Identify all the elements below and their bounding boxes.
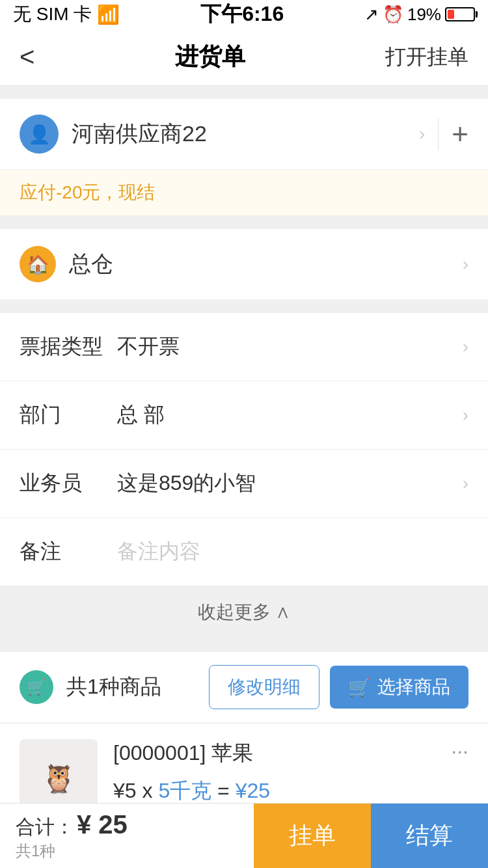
pending-button[interactable]: 挂单 [254,804,371,868]
product-name: [0000001] 苹果 [113,739,451,768]
top-divider [0,86,488,99]
battery-text: 19% [407,5,441,25]
open-pending-button[interactable]: 打开挂单 [385,43,468,72]
product-count: 共1种商品 [66,673,209,701]
remark-input[interactable]: 备注内容 [117,537,468,566]
product-code: [0000001] [113,741,206,765]
product-info: [0000001] 苹果 ¥5 x 5千克 = ¥25 [113,739,451,806]
location-icon: ↗ [364,5,379,25]
remark-row[interactable]: 备注 备注内容 [0,517,488,586]
total-label: 合计： [16,814,74,841]
total-count: 共1种 [16,841,238,861]
page-title: 进货单 [175,41,245,73]
product-count-icon: 🛒 [20,670,53,704]
add-supplier-button[interactable]: + [452,118,468,150]
supplier-name: 河南供应商22 [72,119,419,149]
quantity: 5千克 [158,779,211,802]
product-price: ¥5 x 5千克 = ¥25 [113,777,451,806]
total-amount: ¥ 25 [77,810,128,839]
department-label: 部门 [20,401,117,429]
back-button[interactable]: < [20,42,34,72]
product-title: 苹果 [211,741,253,765]
status-right: ↗ ⏰ 19% [364,5,475,25]
cart-icon: 🛒 [27,678,46,696]
invoice-value: 不开票 [117,332,463,361]
select-label: 选择商品 [377,675,450,699]
checkout-button[interactable]: 结算 [371,804,488,868]
form-card: 票据类型 不开票 › 部门 总 部 › 业务员 这是859的小智 › 备注 备注… [0,312,488,586]
collapse-bar[interactable]: 收起更多 ∧ [0,586,488,639]
divider-2 [0,216,488,229]
status-bar: 无 SIM 卡 📶 下午6:16 ↗ ⏰ 19% [0,0,488,29]
supplier-row[interactable]: 👤 河南供应商22 › + [0,99,488,170]
select-icon: 🛒 [348,677,371,698]
status-carrier: 无 SIM 卡 📶 [13,2,120,27]
more-options-button[interactable]: ··· [451,739,468,763]
bottom-bar: 合计： ¥ 25 共1种 挂单 结算 [0,803,488,868]
warehouse-card[interactable]: 🏠 总仓 › [0,229,488,299]
equals: = [217,779,236,802]
divider-3 [0,299,488,312]
total-price: ¥25 [236,779,270,802]
battery-icon [445,7,475,21]
divider-4 [0,639,488,652]
total-section: 合计： ¥ 25 共1种 [0,804,254,868]
nav-bar: < 进货单 打开挂单 [0,29,488,86]
department-chevron-icon: › [463,405,468,426]
salesman-value: 这是859的小智 [117,469,463,498]
remark-label: 备注 [20,537,117,566]
status-time: 下午6:16 [200,0,284,29]
warehouse-name: 总仓 [69,249,463,279]
price-separator: x [142,779,158,802]
warehouse-chevron-icon: › [463,254,468,275]
department-value: 总 部 [117,401,463,429]
avatar-icon: 👤 [28,124,51,145]
vertical-divider [438,118,439,150]
alarm-icon: ⏰ [383,5,403,25]
modify-detail-button[interactable]: 修改明细 [209,665,319,709]
info-banner: 应付-20元，现结 [0,170,488,216]
department-row[interactable]: 部门 总 部 › [0,381,488,449]
supplier-card: 👤 河南供应商22 › + 应付-20元，现结 [0,99,488,216]
warehouse-icon: 🏠 [20,246,56,282]
supplier-chevron-icon: › [419,124,425,144]
supplier-avatar: 👤 [20,115,59,154]
salesman-label: 业务员 [20,469,117,498]
wifi-icon: 📶 [97,4,120,25]
invoice-label: 票据类型 [20,332,117,361]
product-header: 🛒 共1种商品 修改明细 🛒 选择商品 [0,652,488,723]
salesman-chevron-icon: › [463,473,468,494]
battery-fill [448,10,454,19]
invoice-chevron-icon: › [463,336,468,357]
warehouse-row[interactable]: 🏠 总仓 › [0,229,488,299]
carrier-text: 无 SIM 卡 [13,2,92,27]
product-placeholder-icon: 🦉 [42,763,75,794]
salesman-row[interactable]: 业务员 这是859的小智 › [0,449,488,517]
select-product-button[interactable]: 🛒 选择商品 [330,666,468,709]
unit-price: ¥5 [113,779,137,802]
invoice-row[interactable]: 票据类型 不开票 › [0,312,488,381]
